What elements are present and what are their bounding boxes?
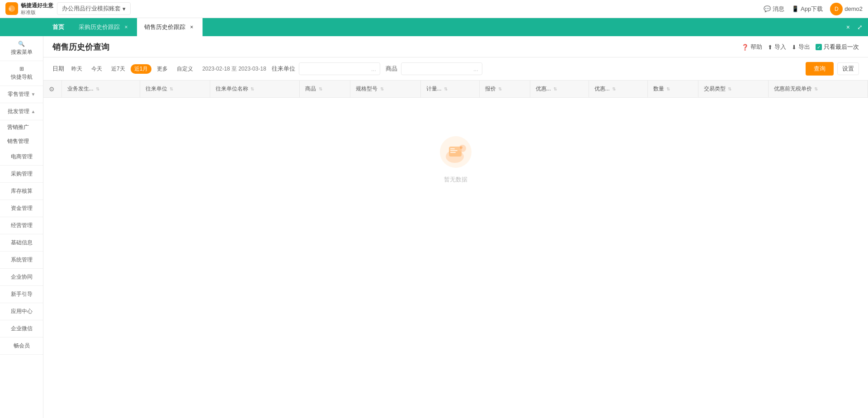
user-area[interactable]: D demo2 xyxy=(830,3,863,15)
settings-button[interactable]: 设置 xyxy=(837,62,859,75)
import-button[interactable]: ⬆ 导入 xyxy=(768,43,786,51)
sort-icon-partner-code[interactable]: ⇅ xyxy=(170,86,173,91)
table-container: ⚙ 业务发生... ⇅ 往来单位 ⇅ 往来单位名称 ⇅ xyxy=(43,81,868,418)
company-select[interactable]: 办公用品行业模拟账套 ▾ xyxy=(57,2,131,15)
date-label: 日期 xyxy=(52,65,64,73)
sidebar-item-guide[interactable]: 新手引导 xyxy=(0,286,43,303)
sidebar-item-wechat[interactable]: 企业微信 xyxy=(0,320,43,337)
sort-icon-biz-date[interactable]: ⇅ xyxy=(96,86,99,91)
filter-bar: 日期 昨天 今天 近7天 近1月 更多 自定义 2023-02-18 至 202… xyxy=(43,57,868,81)
tab-sales[interactable]: 销售历史价跟踪 × xyxy=(137,18,203,36)
sidebar-item-wholesale[interactable]: 批发管理 ▲ xyxy=(0,103,43,120)
date-btn-more[interactable]: 更多 xyxy=(153,64,171,74)
th-discount2: 优惠... ⇅ xyxy=(589,81,647,98)
sort-icon-goods[interactable]: ⇅ xyxy=(319,86,322,91)
sort-icon-partner-name[interactable]: ⇅ xyxy=(250,86,254,91)
checkbox-icon xyxy=(816,44,822,50)
close-window-button[interactable]: × xyxy=(844,22,852,33)
sort-icon-discount1[interactable]: ⇅ xyxy=(553,86,557,91)
query-button[interactable]: 查询 xyxy=(806,62,834,76)
top-bar: 6 畅捷通好生意 标准版 办公用品行业模拟账套 ▾ 💬 消息 📱 App下载 D… xyxy=(0,0,868,18)
svg-rect-5 xyxy=(450,148,455,149)
table-header-row: ⚙ 业务发生... ⇅ 往来单位 ⇅ 往来单位名称 ⇅ xyxy=(43,81,868,98)
th-trade-type: 交易类型 ⇅ xyxy=(698,81,768,98)
main-layout: 🔍 搜索菜单 ⊞ 快捷导航 零售管理 ▼ 批发管理 ▲ 营销推广 销售管理 电商… xyxy=(0,36,868,418)
import-icon: ⬆ xyxy=(768,44,773,51)
tab-bar: 首页 采购历史价跟踪 × 销售历史价跟踪 × × ⤢ xyxy=(0,18,868,36)
sidebar-item-basic[interactable]: 基础信息 xyxy=(0,234,43,252)
empty-state: 暂无数据 xyxy=(43,98,868,220)
page-actions: ❓ 帮助 ⬆ 导入 ⬇ 导出 只看最后一次 xyxy=(741,43,859,51)
date-range-display: 2023-02-18 至 2023-03-18 xyxy=(202,65,266,73)
sidebar-item-finance[interactable]: 资金管理 xyxy=(0,200,43,217)
th-discount1: 优惠... ⇅ xyxy=(530,81,589,98)
sidebar-item-business[interactable]: 经营管理 xyxy=(0,217,43,234)
date-btn-1month[interactable]: 近1月 xyxy=(131,64,152,74)
tab-sales-close[interactable]: × xyxy=(188,24,195,31)
table-header: ⚙ 业务发生... ⇅ 往来单位 ⇅ 往来单位名称 ⇅ xyxy=(43,81,868,98)
help-icon: ❓ xyxy=(741,44,749,51)
chevron-down-icon: ▼ xyxy=(31,92,36,97)
gear-icon[interactable]: ⚙ xyxy=(49,86,55,93)
sort-icon-unit[interactable]: ⇅ xyxy=(444,86,448,91)
th-goods: 商品 ⇅ xyxy=(300,81,350,98)
tab-home[interactable]: 首页 xyxy=(45,18,71,36)
logo-text: 畅捷通好生意 标准版 xyxy=(21,2,53,16)
sidebar-sub-item-marketing[interactable]: 营销推广 xyxy=(0,120,43,134)
tab-purchase-close[interactable]: × xyxy=(123,24,130,31)
export-button[interactable]: ⬇ 导出 xyxy=(792,43,810,51)
sidebar-item-purchase-mgmt[interactable]: 采购管理 xyxy=(0,166,43,183)
sidebar-item-retail[interactable]: 零售管理 ▼ xyxy=(0,86,43,103)
message-button[interactable]: 💬 消息 xyxy=(764,5,784,13)
tab-purchase[interactable]: 采购历史价跟踪 × xyxy=(71,18,137,36)
last-only-checkbox[interactable]: 只看最后一次 xyxy=(816,43,859,51)
logo-icon: 6 xyxy=(5,2,18,15)
th-settings: ⚙ xyxy=(43,81,61,98)
th-pretax-price: 优惠前无税单价 ⇅ xyxy=(769,81,868,98)
maximize-window-button[interactable]: ⤢ xyxy=(855,22,864,33)
date-btn-7days[interactable]: 近7天 xyxy=(108,64,129,74)
sort-icon-trade-type[interactable]: ⇅ xyxy=(728,86,731,91)
goods-input-dots: ... xyxy=(473,66,478,72)
th-price: 报价 ⇅ xyxy=(479,81,530,98)
sidebar-item-system[interactable]: 系统管理 xyxy=(0,252,43,269)
sort-icon-price[interactable]: ⇅ xyxy=(498,86,502,91)
svg-point-8 xyxy=(459,145,466,152)
sort-icon-qty[interactable]: ⇅ xyxy=(666,86,670,91)
chevron-up-icon: ▲ xyxy=(31,109,36,114)
sort-icon-spec[interactable]: ⇅ xyxy=(380,86,384,91)
sidebar-item-search[interactable]: 🔍 搜索菜单 xyxy=(0,36,43,61)
th-partner-name: 往来单位名称 ⇅ xyxy=(210,81,299,98)
goods-filter-group: 商品 ... xyxy=(386,62,482,75)
th-unit: 计量... ⇅ xyxy=(420,81,479,98)
sidebar-item-member[interactable]: 畅会员 xyxy=(0,337,43,355)
message-icon: 💬 xyxy=(764,5,771,12)
help-button[interactable]: ❓ 帮助 xyxy=(741,43,762,51)
sidebar-item-ecommerce[interactable]: 电商管理 xyxy=(0,148,43,166)
sidebar-item-apps[interactable]: 应用中心 xyxy=(0,303,43,320)
content-area: 销售历史价查询 ❓ 帮助 ⬆ 导入 ⬇ 导出 只看最后一次 xyxy=(43,36,868,418)
date-btn-custom[interactable]: 自定义 xyxy=(173,64,197,74)
export-icon: ⬇ xyxy=(792,44,797,51)
partner-filter-group: 往来单位 ... xyxy=(272,62,380,75)
avatar: D xyxy=(830,3,843,15)
goods-input[interactable]: ... xyxy=(401,62,482,75)
th-partner-code: 往来单位 ⇅ xyxy=(140,81,210,98)
app-download-button[interactable]: 📱 App下载 xyxy=(792,5,823,13)
sort-icon-discount2[interactable]: ⇅ xyxy=(612,86,616,91)
sort-icon-pretax-price[interactable]: ⇅ xyxy=(814,86,818,91)
sidebar-item-inventory[interactable]: 库存核算 xyxy=(0,183,43,200)
sidebar-sub-item-sales-mgmt[interactable]: 销售管理 xyxy=(0,134,43,148)
sidebar: 🔍 搜索菜单 ⊞ 快捷导航 零售管理 ▼ 批发管理 ▲ 营销推广 销售管理 电商… xyxy=(0,36,43,418)
search-icon: 🔍 xyxy=(18,41,25,47)
date-btn-yesterday[interactable]: 昨天 xyxy=(68,64,86,74)
svg-text:6: 6 xyxy=(9,7,11,11)
page-header: 销售历史价查询 ❓ 帮助 ⬆ 导入 ⬇ 导出 只看最后一次 xyxy=(43,36,868,57)
sidebar-item-enterprise[interactable]: 企业协同 xyxy=(0,269,43,286)
date-btn-today[interactable]: 今天 xyxy=(88,64,106,74)
th-biz-date: 业务发生... ⇅ xyxy=(61,81,140,98)
data-table: ⚙ 业务发生... ⇅ 往来单位 ⇅ 往来单位名称 ⇅ xyxy=(43,81,868,98)
svg-rect-7 xyxy=(450,152,456,153)
partner-input[interactable]: ... xyxy=(299,62,380,75)
sidebar-item-quick-nav[interactable]: ⊞ 快捷导航 xyxy=(0,61,43,86)
